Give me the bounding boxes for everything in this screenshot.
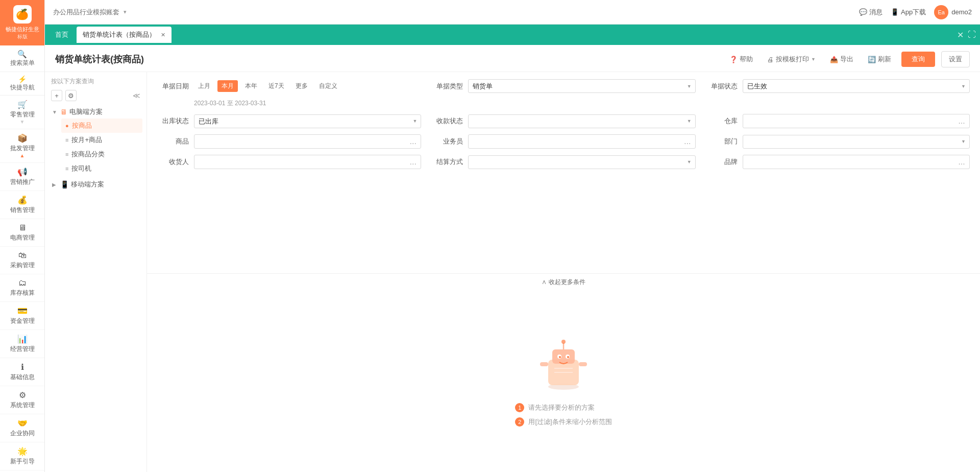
date-tag-thisyear[interactable]: 本年 (241, 80, 261, 92)
app-download-btn[interactable]: 📱 App下载 (891, 8, 926, 17)
dept-select[interactable] (743, 135, 970, 149)
filter-cell-collectstatus: 收款状态 (431, 114, 695, 128)
refresh-btn[interactable]: 🔄 刷新 (864, 53, 895, 66)
collapse-bar[interactable]: ∧ 收起更多条件 (147, 273, 980, 291)
sidebar-search[interactable]: 🔍 搜索菜单 (0, 45, 44, 72)
sidebar-item-system-label: 系统管理 (10, 401, 35, 410)
tab-bar: 首页 销货单统计表（按商品） ✕ ✕ ⛶ (45, 25, 980, 45)
user-menu[interactable]: Ea demo2 (934, 5, 972, 19)
date-tag-7days[interactable]: 近7天 (264, 80, 288, 92)
export-btn[interactable]: 📤 导出 (826, 53, 857, 66)
filter-cell-type: 单据类型 销货单 (431, 79, 695, 93)
app-download-icon: 📱 (891, 8, 899, 16)
tree-item-by-product[interactable]: ● 按商品 (61, 119, 142, 133)
tree-item-by-dept[interactable]: ≡ 按司机 (61, 161, 142, 176)
recipient-label: 收货人 (157, 157, 194, 167)
export-icon: 📤 (830, 56, 838, 63)
sidebar-item-retail[interactable]: 🛒 零售管理 ▼ (0, 96, 44, 129)
tab-home[interactable]: 首页 (49, 27, 75, 43)
type-label: 单据类型 (431, 82, 468, 91)
date-tag-more[interactable]: 更多 (291, 80, 312, 92)
sidebar-item-enterprise[interactable]: 🤝 企业协同 (0, 414, 44, 442)
tab-maximize-icon[interactable]: ⛶ (968, 30, 976, 40)
sidebar-item-basic[interactable]: ℹ 基础信息 (0, 358, 44, 386)
date-tag-thismonth[interactable]: 本月 (217, 80, 238, 92)
recipient-dots-btn[interactable]: … (409, 158, 416, 166)
export-label: 导出 (840, 55, 853, 64)
sidebar-item-wholesale[interactable]: 📦 批发管理 ▲ (0, 129, 44, 163)
brand-control[interactable]: … (743, 155, 970, 169)
tree-item-by-category[interactable]: ≡ 按商品分类 (61, 147, 142, 161)
help-label: 帮助 (740, 55, 753, 64)
sidebar-item-purchase[interactable]: 🛍 采购管理 (0, 247, 44, 274)
page-content: 销货单统计表(按商品) ❓ 帮助 🖨 按模板打印 ▼ 📤 导出 (45, 45, 980, 472)
sidebar-item-sales[interactable]: 💰 销售管理 (0, 191, 44, 219)
product-dots-btn[interactable]: … (409, 137, 416, 146)
product-control[interactable]: … (194, 134, 421, 149)
filter-cell-product: 商品 … (157, 134, 421, 149)
tab-close-icon[interactable]: ✕ (161, 32, 165, 38)
outstatus-select[interactable]: 已出库 (194, 114, 421, 128)
tab-sales-stat[interactable]: 销货单统计表（按商品） ✕ (77, 27, 172, 43)
message-icon: 💬 (859, 8, 867, 16)
sidebar-item-purchase-label: 采购管理 (10, 261, 35, 270)
svg-point-10 (561, 340, 566, 344)
staff-dots-btn[interactable]: … (684, 137, 691, 146)
sidebar-logo: 🍊 畅捷信好生意 标版 (0, 0, 45, 45)
filter-cell-dept: 部门 (706, 134, 970, 149)
tree-children-pc: ● 按商品 ≡ 按月+商品 ≡ 按商品分类 (49, 119, 142, 176)
purchase-icon: 🛍 (18, 251, 27, 260)
newbie-icon: 🌟 (17, 446, 28, 456)
settings-scheme-btn[interactable]: ⚙ (65, 90, 77, 101)
warehouse-control[interactable]: … (743, 114, 970, 128)
payment-select[interactable] (468, 155, 695, 169)
brand-dots-btn[interactable]: … (958, 158, 965, 166)
sidebar-item-ecommerce[interactable]: 🖥 电商管理 (0, 219, 44, 247)
sidebar-item-newbie[interactable]: 🌟 新手引导 (0, 442, 44, 470)
recipient-control[interactable]: … (194, 155, 421, 169)
settings-btn[interactable]: 设置 (941, 51, 970, 67)
tab-close-all-icon[interactable]: ✕ (957, 30, 964, 40)
add-scheme-btn[interactable]: + (51, 90, 62, 101)
template-print-label: 按模板打印 (776, 55, 809, 64)
message-btn[interactable]: 💬 消息 (859, 8, 883, 17)
status-select[interactable]: 已生效 (743, 79, 970, 93)
template-print-btn[interactable]: 🖨 按模板打印 ▼ (763, 53, 820, 66)
tree-icon-pc: 🖥 (60, 108, 67, 116)
tree-parent-pc[interactable]: ▼ 🖥 电脑端方案 (49, 105, 142, 119)
product-label: 商品 (157, 137, 194, 146)
sidebar-item-marketing[interactable]: 📢 营销推广 (0, 163, 44, 191)
basic-icon: ℹ (21, 362, 24, 372)
sidebar: 🍊 畅捷信好生意 标版 🔍 搜索菜单 ⚡ 快捷导航 🛒 零售管理 ▼ 📦 批发管… (0, 0, 45, 472)
sidebar-quicknav[interactable]: ⚡ 快捷导航 (0, 72, 44, 96)
empty-state: 1 请先选择要分析的方案 2 用[过滤]条件来缩小分析范围 (147, 291, 980, 472)
sidebar-item-finance[interactable]: 💳 资金管理 (0, 302, 44, 330)
header-dropdown-arrow[interactable]: ▾ (124, 9, 127, 15)
app-download-label: App下载 (901, 8, 926, 17)
brand-label: 品牌 (706, 157, 743, 167)
panel-actions: + ⚙ ≪ (49, 90, 142, 101)
date-tag-lastmonth[interactable]: 上月 (194, 80, 214, 92)
help-btn[interactable]: ❓ 帮助 (725, 53, 757, 66)
sidebar-item-system[interactable]: ⚙ 系统管理 (0, 386, 44, 414)
sidebar-item-operations[interactable]: 📊 经营管理 (0, 330, 44, 358)
staff-control[interactable]: … (468, 134, 695, 149)
sidebar-quicknav-label: 快捷导航 (10, 83, 35, 92)
page-title: 销货单统计表(按商品) (55, 53, 144, 65)
query-btn[interactable]: 查询 (901, 52, 935, 67)
enterprise-icon: 🤝 (17, 418, 28, 428)
sidebar-item-inventory[interactable]: 🗂 库存核算 (0, 274, 44, 302)
page-header: 销货单统计表(按商品) ❓ 帮助 🖨 按模板打印 ▼ 📤 导出 (45, 45, 980, 72)
sidebar-item-ecommerce-label: 电商管理 (10, 233, 35, 242)
collapse-panel-btn[interactable]: ≪ (133, 91, 140, 100)
tab-controls: ✕ ⛶ (957, 30, 976, 40)
add-scheme-icon: + (55, 92, 59, 100)
collectstatus-select[interactable] (468, 114, 695, 128)
tree-parent-mobile[interactable]: ▶ 📱 移动端方案 (49, 178, 142, 191)
date-tag-custom[interactable]: 自定义 (315, 80, 341, 92)
warehouse-dots-btn[interactable]: … (958, 117, 965, 125)
tree-icon-mobile: 📱 (60, 180, 69, 188)
type-select[interactable]: 销货单 (468, 79, 695, 93)
tree-item-by-month-product[interactable]: ≡ 按月+商品 (61, 133, 142, 147)
system-icon: ⚙ (19, 390, 26, 400)
